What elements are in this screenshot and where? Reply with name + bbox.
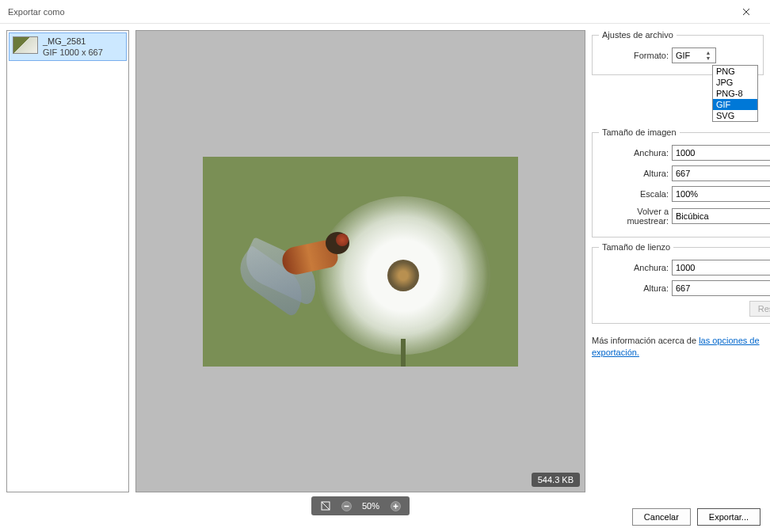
resample-label: Volver a muestrear: <box>599 207 669 226</box>
img-width-label: Anchura: <box>599 148 669 158</box>
image-size-legend: Tamaño de imagen <box>599 127 680 137</box>
main-area: _MG_2581 GIF 1000 x 667 544.3 KB <box>0 24 770 499</box>
canvas-height-input[interactable] <box>672 280 770 296</box>
crop-icon[interactable] <box>319 500 332 512</box>
chevron-updown-icon: ▲▼ <box>703 48 714 63</box>
format-option-gif[interactable]: GIF <box>713 99 757 110</box>
preview-container: 544.3 KB 50% <box>135 30 585 492</box>
format-dropdown[interactable]: PNG JPG PNG-8 GIF SVG <box>712 65 758 122</box>
canvas-height-label: Altura: <box>599 283 669 293</box>
thumb-filename: _MG_2581 <box>43 36 103 46</box>
canvas-size-legend: Tamaño de lienzo <box>599 242 673 252</box>
help-text: Más información acerca de las opciones d… <box>592 335 764 359</box>
image-size-group: Tamaño de imagen Anchura: px Altura: px … <box>592 127 770 238</box>
zoom-toolbar: 50% <box>311 496 410 515</box>
window-title: Exportar como <box>8 7 730 17</box>
scale-input[interactable] <box>672 186 770 202</box>
canvas-width-input[interactable] <box>672 260 770 276</box>
zoom-out-button[interactable] <box>340 500 353 512</box>
format-option-png[interactable]: PNG <box>713 66 757 77</box>
format-value: GIF <box>676 51 690 60</box>
format-option-png8[interactable]: PNG-8 <box>713 88 757 99</box>
img-width-input[interactable] <box>672 145 770 161</box>
zoom-percent: 50% <box>360 501 381 511</box>
resample-select[interactable]: Bicúbica ▲▼ <box>672 208 770 224</box>
format-label: Formato: <box>599 51 669 60</box>
settings-panel: Ajustes de archivo Formato: GIF ▲▼ PNG J… <box>592 30 764 492</box>
canvas-size-group: Tamaño de lienzo Anchura: px Altura: px … <box>592 242 770 324</box>
format-select[interactable]: GIF ▲▼ <box>672 48 716 63</box>
thumb-format-dims: GIF 1000 x 667 <box>43 48 103 57</box>
resample-value: Bicúbica <box>676 211 709 221</box>
export-button[interactable]: Exportar... <box>697 508 760 526</box>
filesize-badge: 544.3 KB <box>532 473 580 487</box>
img-height-input[interactable] <box>672 165 770 181</box>
canvas-width-label: Anchura: <box>599 263 669 272</box>
thumbnail-info: _MG_2581 GIF 1000 x 667 <box>43 36 103 57</box>
format-option-svg[interactable]: SVG <box>713 110 757 121</box>
filmstrip: _MG_2581 GIF 1000 x 667 <box>6 30 129 492</box>
close-button[interactable] <box>730 0 762 24</box>
thumbnail <box>13 36 38 54</box>
scale-label: Escala: <box>599 189 669 199</box>
zoom-in-button[interactable] <box>389 500 402 512</box>
img-height-label: Altura: <box>599 169 669 178</box>
restore-button: Restaurar <box>749 301 770 317</box>
preview-canvas[interactable]: 544.3 KB 50% <box>135 30 585 492</box>
format-option-jpg[interactable]: JPG <box>713 77 757 88</box>
cancel-button[interactable]: Cancelar <box>632 508 691 526</box>
filmstrip-item[interactable]: _MG_2581 GIF 1000 x 667 <box>9 32 127 61</box>
preview-image <box>203 157 518 367</box>
titlebar: Exportar como <box>0 0 770 24</box>
footer: Cancelar Exportar... <box>632 508 760 526</box>
file-settings-legend: Ajustes de archivo <box>599 30 677 40</box>
